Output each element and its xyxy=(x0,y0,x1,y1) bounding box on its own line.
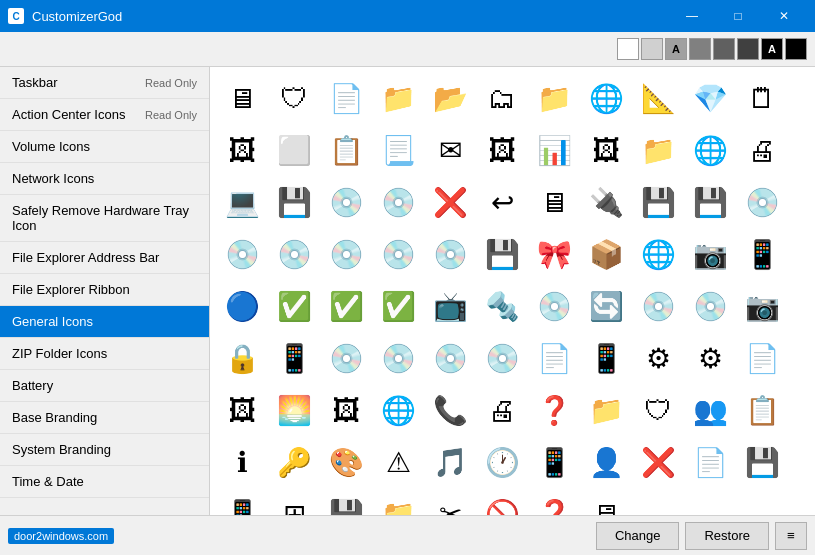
icon-cell-green-check-3[interactable]: ✅ xyxy=(374,283,422,331)
icon-cell-music[interactable]: 🎵 xyxy=(426,439,474,487)
icon-cell-folder-open[interactable]: 📂 xyxy=(426,75,474,123)
sidebar-item-safely-remove[interactable]: Safely Remove Hardware Tray Icon xyxy=(0,195,209,242)
icon-cell-x-red[interactable]: ❌ xyxy=(426,179,474,227)
sidebar-item-file-explorer-address[interactable]: File Explorer Address Bar xyxy=(0,242,209,274)
icon-cell-dvd-rom[interactable]: 💿 xyxy=(374,231,422,279)
icon-cell-monitor-2[interactable]: 🖥 xyxy=(582,491,630,515)
icon-cell-folder-yellow[interactable]: 📁 xyxy=(374,75,422,123)
icon-cell-key[interactable]: 🔑 xyxy=(270,439,318,487)
icon-cell-globe-2[interactable]: 🌐 xyxy=(634,231,682,279)
sidebar-item-file-explorer-ribbon[interactable]: File Explorer Ribbon xyxy=(0,274,209,306)
sidebar-item-base-branding[interactable]: Base Branding xyxy=(0,402,209,434)
icon-cell-lock[interactable]: 🔒 xyxy=(218,335,266,383)
icon-cell-gem[interactable]: 💎 xyxy=(686,75,734,123)
icon-cell-banner[interactable]: 🖼 xyxy=(322,387,370,435)
icon-cell-folder-2[interactable]: 📁 xyxy=(530,75,578,123)
icon-cell-cd-rw[interactable]: 💿 xyxy=(478,335,526,383)
icon-cell-cd-plain[interactable]: 💿 xyxy=(738,179,786,227)
icon-cell-screw[interactable]: 🔩 xyxy=(478,283,526,331)
icon-cell-printer-2[interactable]: 🖨 xyxy=(478,387,526,435)
icon-cell-device-2[interactable]: 📱 xyxy=(530,439,578,487)
icon-cell-folder-a[interactable]: 📁 xyxy=(582,387,630,435)
icon-cell-folder-check[interactable]: 📁 xyxy=(634,127,682,175)
icon-cell-notepad-icon[interactable]: 🗒 xyxy=(738,75,786,123)
icon-cell-doc-lines[interactable]: 📄 xyxy=(686,439,734,487)
icon-cell-tablet[interactable]: 📱 xyxy=(218,491,266,515)
icon-cell-chart[interactable]: 📊 xyxy=(530,127,578,175)
icon-cell-disc-plain-2[interactable]: 💿 xyxy=(686,283,734,331)
restore-button[interactable]: Restore xyxy=(685,522,769,550)
icon-cell-image[interactable]: 🖼 xyxy=(478,127,526,175)
icon-cell-clipboard[interactable]: 📋 xyxy=(322,127,370,175)
color-swatch-black[interactable] xyxy=(785,38,807,60)
icon-cell-disc-plain[interactable]: 💿 xyxy=(322,179,370,227)
icon-cell-recycle[interactable]: 🔄 xyxy=(582,283,630,331)
icon-cell-shield-2[interactable]: 🛡 xyxy=(634,387,682,435)
icon-cell-x-big[interactable]: ❌ xyxy=(634,439,682,487)
icon-cell-ribbon[interactable]: 🎀 xyxy=(530,231,578,279)
minimize-button[interactable]: — xyxy=(669,0,715,32)
icon-cell-person[interactable]: 👤 xyxy=(582,439,630,487)
icon-cell-question[interactable]: ❓ xyxy=(530,387,578,435)
color-swatch-gray[interactable] xyxy=(689,38,711,60)
icon-cell-document-blank[interactable]: 📄 xyxy=(322,75,370,123)
icon-cell-blue-square[interactable]: 🔵 xyxy=(218,283,266,331)
icon-cell-globe-arrow[interactable]: 🌐 xyxy=(686,127,734,175)
icon-cell-drive-flat-2[interactable]: 💾 xyxy=(322,491,370,515)
color-swatch-white[interactable] xyxy=(617,38,639,60)
icon-cell-gear-1[interactable]: ⚙ xyxy=(634,335,682,383)
icon-cell-chip[interactable]: 🔌 xyxy=(582,179,630,227)
color-swatch-darker-gray[interactable] xyxy=(737,38,759,60)
maximize-button[interactable]: □ xyxy=(715,0,761,32)
icon-cell-phone[interactable]: 📱 xyxy=(738,231,786,279)
icon-cell-dvd-r[interactable]: 💿 xyxy=(270,231,318,279)
icon-cell-image-2[interactable]: 🖼 xyxy=(218,387,266,435)
icon-cell-laptop[interactable]: 💻 xyxy=(218,179,266,227)
icon-cell-monitor[interactable]: 🖥 xyxy=(218,75,266,123)
icon-cell-arrow-return[interactable]: ↩ xyxy=(478,179,526,227)
icon-cell-drive-flat[interactable]: 💾 xyxy=(686,179,734,227)
sidebar-item-system-branding[interactable]: System Branding xyxy=(0,434,209,466)
icon-cell-drive-grey[interactable]: 💾 xyxy=(634,179,682,227)
icon-cell-floppy[interactable]: 💾 xyxy=(270,179,318,227)
icon-cell-folder-plain[interactable]: 📁 xyxy=(374,491,422,515)
icon-cell-drive-small[interactable]: 💾 xyxy=(738,439,786,487)
change-button[interactable]: Change xyxy=(596,522,680,550)
icon-cell-cd-rom[interactable]: 💿 xyxy=(426,335,474,383)
icon-cell-question-blue[interactable]: ❓ xyxy=(530,491,578,515)
icon-cell-dvd-rw[interactable]: 💿 xyxy=(426,231,474,279)
close-button[interactable]: ✕ xyxy=(761,0,807,32)
sidebar-item-general-icons[interactable]: General Icons xyxy=(0,306,209,338)
icon-cell-shape-blue[interactable]: 📐 xyxy=(634,75,682,123)
icon-cell-monitor-small[interactable]: 🖥 xyxy=(530,179,578,227)
menu-button[interactable]: ≡ xyxy=(775,522,807,550)
sidebar-item-taskbar[interactable]: TaskbarRead Only xyxy=(0,67,209,99)
icon-cell-photo-stack[interactable]: 🖼 xyxy=(582,127,630,175)
icon-cell-landscape[interactable]: 🌅 xyxy=(270,387,318,435)
icon-cell-phone-3[interactable]: 📞 xyxy=(426,387,474,435)
icon-cell-cd-r[interactable]: 💿 xyxy=(374,335,422,383)
icon-cell-clock[interactable]: 🕐 xyxy=(478,439,526,487)
sidebar-item-action-center[interactable]: Action Center IconsRead Only xyxy=(0,99,209,131)
icon-cell-green-check-2[interactable]: ✅ xyxy=(322,283,370,331)
color-swatch-black-a[interactable]: A xyxy=(761,38,783,60)
icon-cell-green-check-1[interactable]: ✅ xyxy=(270,283,318,331)
icon-cell-users[interactable]: 👥 xyxy=(686,387,734,435)
color-swatch-light-gray[interactable] xyxy=(641,38,663,60)
icon-cell-disc-grey[interactable]: 💿 xyxy=(374,179,422,227)
icon-cell-phone-2[interactable]: 📱 xyxy=(582,335,630,383)
icon-cell-paint[interactable]: 🎨 xyxy=(322,439,370,487)
color-swatch-dark-gray[interactable] xyxy=(713,38,735,60)
icon-cell-doc-a[interactable]: 📄 xyxy=(530,335,578,383)
icon-cell-shield-color[interactable]: 🛡 xyxy=(270,75,318,123)
sidebar-item-time-date[interactable]: Time & Date xyxy=(0,466,209,498)
icon-cell-no-entry-red[interactable]: 🚫 xyxy=(478,491,526,515)
icon-cell-white-square[interactable]: ⬜ xyxy=(270,127,318,175)
icon-cell-device-black[interactable]: 📱 xyxy=(270,335,318,383)
icon-cell-disc-3[interactable]: 💿 xyxy=(634,283,682,331)
icon-cell-scissors[interactable]: ✂ xyxy=(426,491,474,515)
icon-cell-cd-white[interactable]: 💿 xyxy=(322,335,370,383)
icon-cell-list-2[interactable]: 📋 xyxy=(738,387,786,435)
sidebar-item-battery[interactable]: Battery xyxy=(0,370,209,402)
icon-cell-camera-2[interactable]: 📷 xyxy=(738,283,786,331)
